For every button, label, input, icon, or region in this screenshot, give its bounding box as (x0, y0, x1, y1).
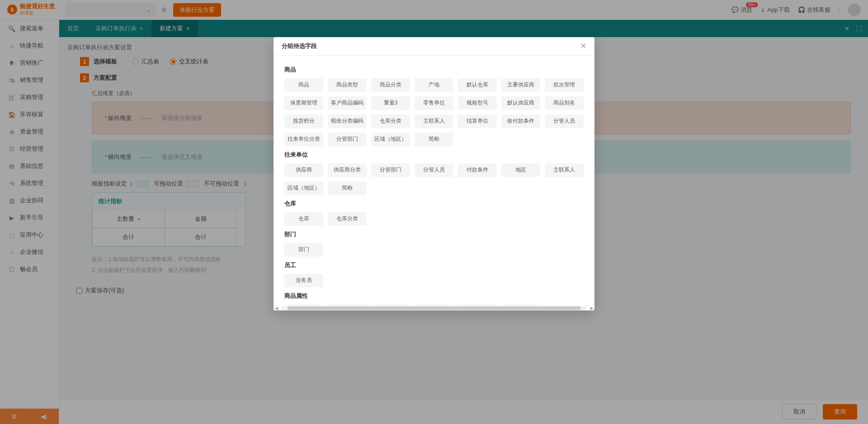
field-chip[interactable]: 简称 (415, 133, 453, 146)
modal-title: 分组待选字段 (282, 42, 317, 50)
scroll-track[interactable] (282, 306, 586, 310)
field-group-3: 部门部门 (284, 230, 584, 257)
field-chip[interactable]: 重量3 (371, 96, 410, 110)
field-chip[interactable]: 批次管理 (545, 78, 584, 92)
close-icon[interactable]: ✕ (580, 42, 586, 50)
field-chip[interactable]: 仓库 (284, 212, 323, 226)
field-group-0: 商品商品商品类型商品分类产地默认仓库主要供应商批次管理保质期管理客户商品编码重量… (284, 66, 584, 146)
field-chip[interactable]: 规格型号 (458, 96, 497, 110)
field-chip[interactable]: 产地 (415, 78, 453, 92)
field-chip[interactable]: 简称 (328, 181, 367, 195)
field-chip[interactable]: 零售单位 (415, 96, 453, 110)
field-group-title: 商品 (284, 66, 584, 74)
field-chip[interactable]: 主要供应商 (501, 78, 540, 92)
field-chip[interactable]: 分管人员 (415, 163, 453, 177)
scroll-left-icon[interactable]: ◀ (274, 306, 279, 310)
field-chip[interactable]: 商品别名 (545, 96, 584, 110)
field-chip[interactable]: 结算单位 (458, 114, 497, 128)
modal-header: 分组待选字段 ✕ (274, 37, 594, 56)
chips-container: 部门 (284, 243, 584, 257)
field-chip[interactable]: 客户商品编码 (328, 96, 367, 110)
modal-body[interactable]: 商品商品商品类型商品分类产地默认仓库主要供应商批次管理保质期管理客户商品编码重量… (274, 56, 594, 305)
field-chip[interactable]: 付款条件 (458, 163, 497, 177)
field-chip[interactable]: 主联系人 (415, 114, 453, 128)
field-chip[interactable]: 主联系人 (545, 163, 584, 177)
chips-container: 业务员 (284, 274, 584, 287)
field-chip[interactable]: 供应商 (284, 163, 323, 177)
modal-horizontal-scrollbar[interactable]: ◀ ▶ (274, 305, 594, 310)
field-chip[interactable]: 商品类型 (328, 78, 367, 92)
field-chip[interactable]: 供应商分类 (328, 163, 367, 177)
field-group-title: 部门 (284, 230, 584, 238)
field-chip[interactable]: 区域（地区） (284, 181, 323, 195)
field-chip[interactable]: 拣货积分 (284, 114, 323, 128)
field-chip[interactable]: 税收分类编码 (328, 114, 367, 128)
field-chip[interactable]: 默认供应商 (501, 96, 540, 110)
field-group-title: 商品属性 (284, 292, 584, 300)
field-chip[interactable]: 分管人员 (545, 114, 584, 128)
field-chip[interactable]: 往来单位分类 (284, 133, 323, 146)
field-chip[interactable]: 业务员 (284, 274, 323, 287)
chips-container: 仓库仓库分类 (284, 212, 584, 226)
field-chip[interactable]: 部门 (284, 243, 323, 257)
field-chip[interactable]: 商品分类 (371, 78, 410, 92)
field-chip[interactable]: 分管部门 (328, 133, 367, 146)
scroll-right-icon[interactable]: ▶ (589, 306, 594, 310)
field-chip[interactable]: 商品 (284, 78, 323, 92)
field-chip[interactable]: 地区 (501, 163, 540, 177)
field-group-title: 往来单位 (284, 151, 584, 159)
field-chip[interactable]: 仓库分类 (328, 212, 367, 226)
field-chip[interactable]: 默认仓库 (458, 78, 497, 92)
field-selector-modal: 分组待选字段 ✕ 商品商品商品类型商品分类产地默认仓库主要供应商批次管理保质期管… (274, 37, 594, 310)
chips-container: 供应商供应商分类分管部门分管人员付款条件地区主联系人区域（地区）简称 (284, 163, 584, 195)
field-group-title: 员工 (284, 261, 584, 269)
field-group-2: 仓库仓库仓库分类 (284, 200, 584, 226)
field-chip[interactable]: 收付款条件 (501, 114, 540, 128)
field-group-5: 商品属性属性颜色多规格尺码鞋码1 (284, 292, 584, 305)
field-chip[interactable]: 分管部门 (371, 163, 410, 177)
chips-container: 商品商品类型商品分类产地默认仓库主要供应商批次管理保质期管理客户商品编码重量3零… (284, 78, 584, 146)
modal-mask[interactable]: 分组待选字段 ✕ 商品商品商品类型商品分类产地默认仓库主要供应商批次管理保质期管… (0, 0, 868, 424)
field-group-4: 员工业务员 (284, 261, 584, 287)
field-chip[interactable]: 仓库分类 (371, 114, 410, 128)
field-group-title: 仓库 (284, 200, 584, 208)
field-chip[interactable]: 保质期管理 (284, 96, 323, 110)
scroll-thumb[interactable] (288, 306, 580, 310)
field-chip[interactable]: 区域（地区） (371, 133, 410, 146)
field-group-1: 往来单位供应商供应商分类分管部门分管人员付款条件地区主联系人区域（地区）简称 (284, 151, 584, 195)
